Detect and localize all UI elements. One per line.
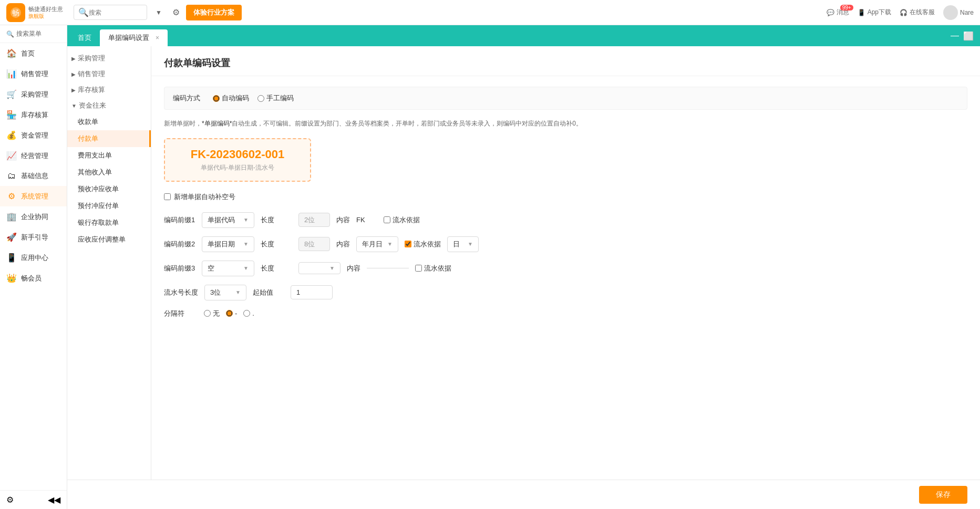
prefix-2-select[interactable]: 单据日期 ▼ [202,236,254,252]
topbar-right: 💬 消息 99+ 📱 App下载 🎧 在线客服 Nare [827,5,974,20]
sub-sidebar-group-capital[interactable]: ▼ 资金往来 [67,98,151,113]
member-icon: 👑 [6,273,17,283]
user-avatar[interactable]: Nare [943,5,974,20]
prefix-2-label: 编码前缀2 [164,240,195,249]
sub-sidebar-item-advance-receipt[interactable]: 预收冲应收单 [67,181,151,198]
content-2-select[interactable]: 年月日 ▼ [356,236,398,252]
manual-code-radio-label[interactable]: 手工编码 [257,94,294,103]
sub-sidebar-group-inventory[interactable]: ▶ 库存核算 [67,82,151,98]
app-download-button[interactable]: 📱 App下载 [858,8,891,17]
sub-sidebar-item-other-income[interactable]: 其他收入单 [67,164,151,181]
experience-button[interactable]: 体验行业方案 [186,5,242,20]
chevron-down-icon: ▼ [329,265,335,271]
sidebar-item-home[interactable]: 🏠 首页 [0,43,67,64]
sidebar-item-operation[interactable]: 📈 经营管理 [0,146,67,166]
serial-3-checkbox[interactable] [415,265,422,272]
enterprise-icon: 🏢 [6,212,17,222]
window-minimize-icon[interactable]: — [951,31,959,41]
page-wrapper: 付款单编码设置 编码方式 自动编码 手工编码 [151,46,980,509]
prefix-3-select[interactable]: 空 ▼ [202,261,254,276]
serial-3-checkbox-label[interactable]: 流水依据 [415,264,451,273]
tab-doc-code[interactable]: 单据编码设置 × [100,29,168,46]
separator-none-radio[interactable] [204,310,211,317]
prefix-1-label: 编码前缀1 [164,215,195,225]
inventory-icon: 🏪 [6,110,17,120]
sub-sidebar-item-advance-payment[interactable]: 预付冲应付单 [67,198,151,214]
serial-2-checkbox-label[interactable]: 流水依据 [405,240,441,249]
length-1-input[interactable] [298,213,330,227]
sidebar-search[interactable]: 🔍 搜索菜单 [0,25,67,43]
sidebar-item-guide[interactable]: 🚀 新手引导 [0,227,67,247]
prefix-row-3: 编码前缀3 空 ▼ 长度 ▼ 内容 [164,261,967,276]
operation-icon: 📈 [6,151,17,161]
search-icon: 🔍 [6,30,14,38]
search-bar[interactable]: 🔍 [74,5,147,20]
tab-close-icon[interactable]: × [156,34,159,41]
save-button[interactable]: 保存 [919,486,967,504]
prefix-row-1: 编码前缀1 单据代码 ▼ 长度 内容 FK 流水依据 [164,212,967,228]
start-value-input[interactable] [291,285,333,299]
code-example-main: FK-20230602-001 [178,148,297,161]
page-header: 付款单编码设置 [151,46,980,76]
sidebar-item-basic[interactable]: 🗂 基础信息 [0,166,67,186]
nav-dropdown[interactable]: ▼ [151,7,166,18]
sub-sidebar-item-expense[interactable]: 费用支出单 [67,147,151,164]
message-icon: 💬 [827,9,834,16]
separator-row: 分隔符 无 - [164,309,967,318]
separator-none-label[interactable]: 无 [204,309,220,318]
sub-sidebar-item-bank[interactable]: 银行存取款单 [67,214,151,231]
auto-code-radio-label[interactable]: 自动编码 [213,94,249,103]
sidebar-item-member[interactable]: 👑 畅会员 [0,268,67,288]
content-3-value [367,268,409,268]
collapse-icon[interactable]: ◀◀ [48,495,60,505]
tab-home[interactable]: 首页 [69,29,100,46]
headset-icon: 🎧 [900,9,907,16]
window-maximize-icon[interactable]: ⬜ [963,31,974,41]
serial-length-label: 流水号长度 [164,288,198,297]
code-example-box: FK-20230602-001 单据代码-单据日期-流水号 [164,138,311,182]
sidebar-item-finance[interactable]: 💰 资金管理 [0,125,67,146]
sub-sidebar-group-sales[interactable]: ▶ 销售管理 [67,66,151,82]
separator-dash-radio[interactable] [226,310,233,317]
serial-2-unit-select[interactable]: 日 ▼ [447,236,479,252]
online-service-button[interactable]: 🎧 在线客服 [900,8,935,17]
sub-sidebar-item-adjustment[interactable]: 应收应付调整单 [67,231,151,248]
sidebar-item-purchase[interactable]: 🛒 采购管理 [0,84,67,105]
auto-code-radio[interactable] [213,95,220,102]
length-2-input[interactable] [298,237,330,251]
sub-sidebar-item-receipt[interactable]: 收款单 [67,113,151,130]
settings-icon[interactable]: ⚙ [170,5,182,19]
settings-icon[interactable]: ⚙ [6,495,14,505]
separator-dot-radio[interactable] [243,310,250,317]
sub-sidebar-item-payment[interactable]: 付款单 [67,130,151,147]
auto-fill-checkbox[interactable] [164,193,171,200]
separator-dash-label[interactable]: - [226,309,237,317]
search-input[interactable] [89,9,141,16]
code-example-sub: 单据代码-单据日期-流水号 [178,163,297,172]
content-3-label: 内容 [347,264,360,273]
form-area: 编码方式 自动编码 手工编码 新增单据时 [151,76,980,339]
length-3-label: 长度 [261,264,292,273]
serial-1-checkbox-label[interactable]: 流水依据 [384,215,420,225]
main-layout: 🔍 搜索菜单 🏠 首页 📊 销售管理 🛒 采购管理 🏪 库存核算 💰 资金管理 … [0,25,980,509]
chevron-down-icon: ▼ [243,217,249,223]
separator-label: 分隔符 [164,309,195,318]
message-badge: 99+ [840,5,853,11]
apps-icon: 📱 [6,253,17,263]
separator-dot-label[interactable]: . [243,309,254,317]
tab-actions: — ⬜ [946,31,978,41]
serial-2-checkbox[interactable] [405,241,411,247]
serial-length-select[interactable]: 3位 ▼ [204,285,246,300]
code-method-row: 编码方式 自动编码 手工编码 [164,87,967,110]
sidebar-item-inventory[interactable]: 🏪 库存核算 [0,105,67,125]
prefix-1-select[interactable]: 单据代码 ▼ [202,212,254,228]
sidebar-item-sales[interactable]: 📊 销售管理 [0,64,67,84]
message-button[interactable]: 💬 消息 99+ [827,8,849,17]
sidebar-item-system[interactable]: ⚙ 系统管理 [0,186,67,206]
sidebar-item-apps[interactable]: 📱 应用中心 [0,247,67,268]
length-3-select[interactable]: ▼ [298,262,341,274]
manual-code-radio[interactable] [257,95,264,102]
sub-sidebar-group-purchase[interactable]: ▶ 采购管理 [67,50,151,66]
serial-1-checkbox[interactable] [384,216,390,223]
sidebar-item-enterprise[interactable]: 🏢 企业协同 [0,206,67,227]
